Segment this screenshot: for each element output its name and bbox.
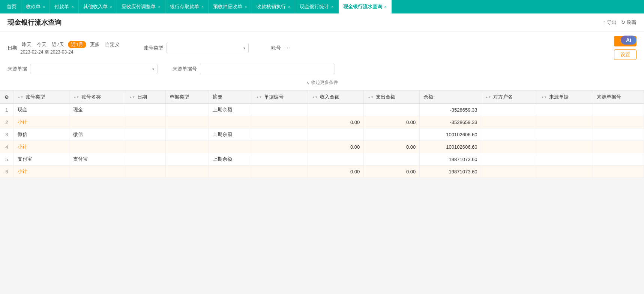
cell-balance: 100102606.60 [420,141,481,153]
cell-balance: -3528659.33 [420,104,481,116]
cell-source-doc-num [593,104,644,116]
cell-account-type: 微信 [14,128,69,141]
nav-receipts[interactable]: 收款单 × [21,0,50,13]
shortcut-today[interactable]: 今天 [35,41,48,48]
cell-doc-number [252,153,308,166]
shortcut-yesterday[interactable]: 昨天 [20,41,33,48]
date-shortcuts: 昨天 今天 近7天 近1月 更多 自定义 [20,41,121,48]
cell-income [308,153,364,166]
th-doc-number[interactable]: ▲▼ 单据编号 [252,91,308,104]
date-range-display: 2023-02-24 至 2023-03-24 [20,49,121,55]
cell-account-name [69,166,125,178]
cell-income: 0.00 [308,141,364,153]
settings-button[interactable]: 设置 [614,49,636,60]
cell-income: 0.00 [308,166,364,178]
th-income[interactable]: ▲▼ 收入金额 [308,91,364,104]
nav-close-advance-offset[interactable]: × [245,4,247,9]
nav-home[interactable]: 首页 [2,0,21,13]
cell-source-doc-num [593,128,644,141]
cell-date [125,166,166,178]
top-nav: 首页 收款单 × 付款单 × 其他收入单 × 应收应付调整单 × 银行存取款单 … [0,0,644,13]
th-date[interactable]: ▲▼ 日期 [125,91,166,104]
sort-income-icon: ▲▼ [312,96,318,99]
cell-account-type: 小计 [14,116,69,128]
filter-row-2: 来源单据 ▾ 来源单据号 [8,64,636,74]
source-doc-num-input[interactable] [200,64,335,74]
shortcut-1month[interactable]: 近1月 [68,41,86,48]
nav-advance-offset[interactable]: 预收冲应收单 × [209,0,252,13]
shortcut-more[interactable]: 更多 [89,41,101,48]
cell-account-name [69,141,125,153]
nav-close-adjustment[interactable]: × [158,4,160,9]
account-label: 账号 [271,45,281,51]
collapse-arrow-icon: ∧ [306,80,309,85]
cell-account-name: 现金 [69,104,125,116]
account-type-chevron: ▾ [243,46,245,50]
source-doc-select[interactable]: ▾ [30,64,158,74]
table-row: 4小计0.000.00100102606.60 [0,141,644,153]
sort-counterpart-icon: ▲▼ [485,96,491,99]
cell-doc-number [252,166,308,178]
nav-close-cash-bank-flow[interactable]: × [384,4,387,9]
nav-payments[interactable]: 付款单 × [50,0,78,13]
cell-source-doc [537,128,593,141]
account-type-select[interactable]: ▾ [166,43,249,53]
th-doc-type: 单据类型 [166,91,209,104]
nav-close-other-income[interactable]: × [110,4,112,9]
nav-collection-exec[interactable]: 收款核销执行 × [252,0,295,13]
table-row: 3微信微信上期余额100102606.60 [0,128,644,141]
nav-close-bank-deposit[interactable]: × [201,4,204,9]
ai-button[interactable]: Ai [621,36,636,45]
sort-date-icon: ▲▼ [129,96,135,99]
cell-account-type: 现金 [14,104,69,116]
nav-cash-bank-stats[interactable]: 现金银行统计 × [295,0,338,13]
cell-doc-type [166,153,209,166]
cell-income [308,128,364,141]
cell-source-doc [537,104,593,116]
table-row: 5支付宝支付宝上期余额19871073.60 [0,153,644,166]
nav-cash-bank-flow[interactable]: 现金银行流水查询 × [339,0,392,13]
cell-expense [364,128,420,141]
th-summary: 摘要 [209,91,252,104]
collapse-bar[interactable]: ∧ 收起更多条件 [8,78,636,86]
th-account-type[interactable]: ▲▼ 账号类型 [14,91,69,104]
th-expense[interactable]: ▲▼ 支出金额 [364,91,420,104]
refresh-button[interactable]: ↻ 刷新 [621,19,636,26]
cell-balance: -3528659.33 [420,116,481,128]
source-doc-chevron: ▾ [152,67,154,71]
table-row: 6小计0.000.0019871073.60 [0,166,644,178]
cell-account-name [69,116,125,128]
nav-other-income[interactable]: 其他收入单 × [79,0,117,13]
cell-balance: 100102606.60 [420,128,481,141]
cell-doc-type [166,128,209,141]
cell-counterpart [481,104,537,116]
nav-bank-deposit[interactable]: 银行存取款单 × [165,0,209,13]
th-settings[interactable]: ⚙ [0,91,14,104]
cell-source-doc-num [593,141,644,153]
th-account-name[interactable]: ▲▼ 账号名称 [69,91,125,104]
page-header: 现金银行流水查询 ↑ 导出 ↻ 刷新 [0,13,644,31]
nav-adjustment[interactable]: 应收应付调整单 × [117,0,165,13]
data-table: ⚙ ▲▼ 账号类型 ▲▼ 账号名称 ▲▼ 日期 单据类型 摘要 [0,91,644,178]
cell-source-doc [537,141,593,153]
nav-close-payments[interactable]: × [71,4,74,9]
th-counterpart[interactable]: ▲▼ 对方户名 [481,91,537,104]
export-button[interactable]: ↑ 导出 [603,19,617,26]
cell-balance: 19871073.60 [420,153,481,166]
account-ellipsis[interactable]: ··· [284,45,291,51]
th-source-doc[interactable]: ▲▼ 来源单据 [537,91,593,104]
cell-account-type: 小计 [14,141,69,153]
cell-doc-number [252,116,308,128]
sort-account-name-icon: ▲▼ [73,96,79,99]
nav-close-collection-exec[interactable]: × [288,4,290,9]
cell-summary: 上期余额 [209,128,252,141]
cell-counterpart [481,166,537,178]
th-source-doc-num: 来源单据号 [593,91,644,104]
source-doc-num-filter-group: 来源单据号 [173,64,335,74]
cell-summary [209,166,252,178]
nav-close-cash-bank-stats[interactable]: × [331,4,333,9]
nav-close-receipts[interactable]: × [43,4,45,9]
shortcut-custom[interactable]: 自定义 [104,41,121,48]
row-num: 3 [0,128,14,141]
shortcut-7days[interactable]: 近7天 [50,41,66,48]
